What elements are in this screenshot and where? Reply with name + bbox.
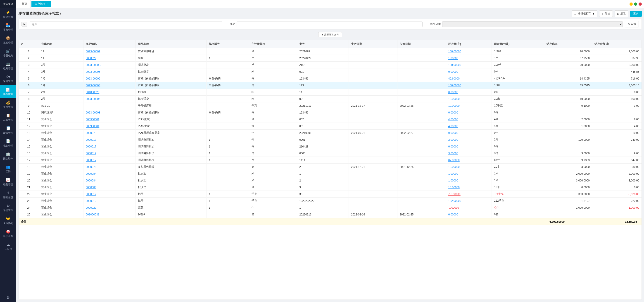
- table-row[interactable]: 16营业综仓0000017测试电筒批次1件00033.000003件3.0000…: [19, 150, 642, 157]
- close-button[interactable]: [638, 3, 642, 6]
- col-unit[interactable]: 主计量单位: [249, 40, 297, 48]
- table-row[interactable]: 12营业综仓000900001POS 批次米0014.000004米1.0000…: [19, 123, 642, 130]
- table-cell[interactable]: 001000026: [84, 89, 136, 96]
- table-row[interactable]: 72号001000026批次框吨110.000000吨0.00: [19, 89, 642, 96]
- more-conditions-button[interactable]: ▼ 展开更多条件: [318, 32, 342, 37]
- table-row[interactable]: 14营业综仓0000017测试电筒批次1件00012.000002件120.00…: [19, 136, 642, 143]
- table-cell[interactable]: 0023-00009: [84, 48, 136, 55]
- col-unit-cost[interactable]: 结存成本: [544, 40, 592, 48]
- table-row[interactable]: 9A01-01子件低库期千克202112172021-12-172022-03-…: [19, 102, 642, 109]
- table-cell[interactable]: [84, 102, 136, 109]
- sidebar-item-ops[interactable]: 📈 经营管理: [0, 176, 16, 189]
- table-cell[interactable]: 0023-00008: [84, 109, 136, 116]
- filter-expand-button[interactable]: ▶: [22, 22, 27, 27]
- table-row[interactable]: 1110023-00009软硬通用地毯米2021098100.00000100米…: [19, 48, 642, 55]
- col-product-code[interactable]: 商品编码: [84, 40, 136, 48]
- table-cell[interactable]: 0.00000: [446, 211, 492, 218]
- table-row[interactable]: 51号0023-00005富减（白色/奶橘）白色/奶橘件12345649.600…: [19, 75, 642, 82]
- print-button[interactable]: 🖨 按模板打印 ▼: [572, 11, 598, 17]
- minimize-button[interactable]: [630, 3, 633, 6]
- table-cell[interactable]: 0023-00005: [84, 75, 136, 82]
- table-row[interactable]: 10测试选货20023-00008富减（白色/奶橘）白色/奶橘件1234560.…: [19, 109, 642, 116]
- table-cell[interactable]: 0000078: [84, 164, 136, 170]
- sidebar-item-invoice[interactable]: 🧾 发票管理: [0, 124, 16, 137]
- sidebar-item-sys[interactable]: ⚙ 系统管理: [0, 201, 16, 214]
- table-cell[interactable]: 0000029: [84, 55, 136, 62]
- table-cell[interactable]: 1.00000: [446, 170, 492, 177]
- table-row[interactable]: 18营业综仓0000078多头黑色软线支22021-12-212021-12-2…: [19, 164, 642, 170]
- table-cell[interactable]: 001000031: [84, 211, 136, 218]
- table-cell[interactable]: 10.00000: [446, 102, 492, 109]
- table-cell[interactable]: 0000012: [84, 191, 136, 198]
- table-row[interactable]: 21营业综仓0000084批次次米310.0000010米0.00000.00: [19, 184, 642, 191]
- table-row[interactable]: 15营业综仓0000017测试电筒批次1件2104230.000000件: [19, 143, 642, 150]
- table-row[interactable]: 41号0023-00005批次适货米0010.000000米445.86: [19, 68, 642, 75]
- table-cell[interactable]: -16.00000: [446, 191, 492, 198]
- table-row[interactable]: 31号0023-0000...测试批次斤A001100.00000100斤20.…: [19, 62, 642, 68]
- col-qty-main[interactable]: 现存量(主): [446, 40, 492, 48]
- tab-home[interactable]: 首页: [18, 0, 30, 8]
- gear-button[interactable]: ⚙: [0, 293, 16, 302]
- tab-close-button[interactable]: ×: [47, 3, 48, 5]
- sidebar-item-purchase[interactable]: 🛍 采购管理: [0, 73, 16, 85]
- sidebar-item-asset[interactable]: 💰 资金管理: [0, 98, 16, 111]
- table-cell[interactable]: 87.00000: [446, 157, 492, 164]
- table-cell[interactable]: 10.00000: [446, 184, 492, 191]
- warehouse-input[interactable]: [30, 22, 222, 27]
- table-row[interactable]: 17营业综仓0000017测试电筒批次1件111187.0000087件9.73…: [19, 157, 642, 164]
- sidebar-item-quick-nav[interactable]: ⚡ 快捷导航: [0, 8, 16, 21]
- sidebar-item-wholesale[interactable]: 📦 批发管理: [0, 34, 16, 47]
- col-product-name[interactable]: 商品名称: [136, 40, 206, 48]
- table-row[interactable]: 22营业综仓0000012批号1千克33-16.00000-16千克333.00…: [19, 191, 642, 198]
- sidebar-item-base[interactable]: ℹ 基础信息: [0, 189, 16, 201]
- table-cell[interactable]: 10.00000: [446, 164, 492, 170]
- table-row[interactable]: 23营业综仓0000012批号1千克1222222222122.00000122…: [19, 198, 642, 204]
- col-warehouse[interactable]: 仓库名称: [39, 40, 83, 48]
- sidebar-item-ecom[interactable]: 💻 电商管理: [0, 60, 16, 73]
- col-spec[interactable]: 规格型号: [206, 40, 249, 48]
- col-qty-aux[interactable]: 现存量(包装): [492, 40, 544, 48]
- category-select[interactable]: [442, 21, 623, 27]
- table-cell[interactable]: -1.00000: [446, 204, 492, 211]
- sidebar-item-overall[interactable]: 📋 总账管理: [0, 111, 16, 124]
- table-cell[interactable]: 3.00000: [446, 150, 492, 157]
- query-button[interactable]: 查询: [630, 11, 642, 17]
- col-prod-date[interactable]: 生产日期: [349, 40, 398, 48]
- col-total-amount[interactable]: 结存金额 ①: [592, 40, 642, 48]
- table-cell[interactable]: 49.60000: [446, 75, 492, 82]
- table-cell[interactable]: 10.00000: [446, 96, 492, 102]
- table-cell[interactable]: 000900001: [84, 123, 136, 130]
- export-button[interactable]: ⬆ 导出: [599, 11, 613, 17]
- table-cell[interactable]: 0000084: [84, 170, 136, 177]
- table-row[interactable]: 11营业综仓000900001POS 批次米0024.000004米2.0000…: [19, 116, 642, 123]
- table-cell[interactable]: 000097: [84, 130, 136, 136]
- filter-dots-1[interactable]: ...: [224, 22, 228, 26]
- filter-dots-2[interactable]: ...: [425, 22, 428, 26]
- table-cell[interactable]: 0000017: [84, 157, 136, 164]
- table-row[interactable]: 25营业综仓001000031鲈鱼A箱202202162022-02-16202…: [19, 211, 642, 218]
- table-cell[interactable]: 0.00000: [446, 143, 492, 150]
- table-cell[interactable]: 0000084: [84, 177, 136, 184]
- display-button[interactable]: ⊞ 显示: [614, 11, 628, 17]
- table-cell[interactable]: 100.00000: [446, 62, 492, 68]
- sidebar-item-newbie[interactable]: 🎯 新手引导: [0, 227, 16, 240]
- table-cell[interactable]: 0023-00008: [84, 82, 136, 89]
- table-cell[interactable]: 100.00000: [446, 48, 492, 55]
- sidebar-item-mini-ecom[interactable]: 🛒 小暑电商: [0, 47, 16, 60]
- col-exp-date[interactable]: 失效日期: [397, 40, 446, 48]
- table-cell[interactable]: 000900001: [84, 116, 136, 123]
- table-cell[interactable]: 4.00000: [446, 116, 492, 123]
- table-cell[interactable]: 0000084: [84, 184, 136, 191]
- sidebar-item-hr[interactable]: 👥 工资: [0, 163, 16, 176]
- table-cell[interactable]: 0023-00005: [84, 96, 136, 102]
- table-cell[interactable]: 122.00000: [446, 198, 492, 204]
- table-cell[interactable]: 1.00000: [446, 177, 492, 184]
- table-cell[interactable]: 0023-00005: [84, 68, 136, 75]
- table-cell[interactable]: 0023-0000...: [84, 62, 136, 68]
- table-cell[interactable]: 0.00000: [446, 130, 492, 136]
- table-row[interactable]: 61号0023-00008富减（白色/奶橘）白色/奶橘件123100.00000…: [19, 82, 642, 89]
- table-cell[interactable]: 2.00000: [446, 136, 492, 143]
- sidebar-item-fixed-asset[interactable]: 🏢 固定资产: [0, 150, 16, 163]
- sidebar-item-collab[interactable]: 🤝 企业协同: [0, 214, 16, 227]
- table-row[interactable]: 2110000029票版1个202204291.000001个37.950037…: [19, 55, 642, 62]
